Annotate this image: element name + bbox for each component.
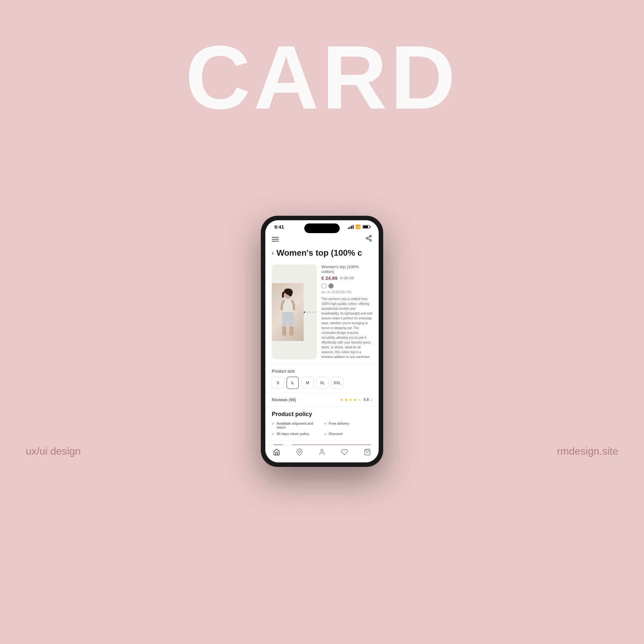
nav-location[interactable]: [296, 449, 303, 457]
svg-line-4: [368, 237, 370, 238]
product-description: This women's top is crafted from 100% hi…: [321, 297, 372, 359]
color-swatch-gray[interactable]: [328, 283, 334, 289]
dynamic-island: [304, 223, 340, 233]
signal-icon: [348, 225, 354, 229]
size-btn-xxl[interactable]: XXL: [331, 377, 343, 389]
size-btn-s[interactable]: S: [272, 377, 284, 389]
wifi-icon: 📶: [355, 224, 361, 229]
headline-text: CARD: [185, 26, 459, 129]
nav-home[interactable]: [273, 449, 280, 457]
size-buttons: S L M XL XXL: [272, 377, 372, 389]
app-content: ‹ Women's top (100% c: [265, 231, 379, 445]
back-button[interactable]: ‹: [272, 249, 274, 257]
reviews-right: ★ ★ ★ ★ ★ 4.8 ›: [340, 397, 372, 402]
product-section: Women's top (100% cotton) € 24.99 € 30.9…: [265, 262, 379, 365]
svg-line-3: [368, 239, 370, 240]
product-name: Women's top (100% cotton): [321, 264, 372, 274]
page-title: Women's top (100% c: [277, 248, 362, 258]
stars: ★ ★ ★ ★ ★: [340, 397, 362, 402]
check-icon-1: ✓: [272, 421, 275, 426]
nav-bag[interactable]: [364, 449, 371, 457]
phone-frame: 9:41 📶: [261, 216, 383, 467]
policy-item-4: ✓ Discount: [324, 432, 372, 436]
policy-item-3: ✓ 90 days return policy: [272, 432, 320, 436]
policy-item-1: ✓ Available shipment and return: [272, 421, 320, 429]
status-icons: 📶: [348, 224, 370, 229]
size-btn-m[interactable]: M: [301, 377, 314, 389]
product-image: [272, 283, 304, 341]
art-number: Art. Nr 563925BL785: [321, 290, 372, 294]
image-dots: [304, 309, 317, 314]
size-label: Product size: [272, 369, 372, 374]
check-icon-3: ✓: [272, 432, 275, 436]
policy-text-2: Free delivery: [329, 421, 349, 425]
product-figure: [275, 288, 301, 336]
bottom-action-bar: ♥ Add to Cart: [265, 440, 379, 445]
phone-inner: 9:41 📶: [265, 220, 379, 462]
size-btn-xl[interactable]: XL: [316, 377, 328, 389]
status-time: 9:41: [274, 224, 284, 230]
side-label-left: ux/ui design: [26, 445, 81, 457]
product-image-container: [272, 264, 317, 359]
svg-point-12: [321, 450, 323, 452]
top-nav: [265, 231, 379, 246]
bottom-nav: [265, 445, 379, 462]
share-button[interactable]: [365, 235, 372, 243]
price-current: € 24.99: [321, 275, 337, 281]
check-icon-4: ✓: [324, 432, 327, 436]
policy-grid: ✓ Available shipment and return ✓ Free d…: [272, 421, 372, 436]
battery-icon: [363, 225, 370, 229]
product-info: Women's top (100% cotton) € 24.99 € 30.9…: [321, 264, 372, 359]
chevron-right-icon: ›: [371, 397, 372, 402]
color-swatch-white[interactable]: [321, 283, 327, 289]
policy-title: Product policy: [272, 411, 372, 418]
price-row: € 24.99 € 30.99: [321, 275, 372, 281]
status-bar: 9:41 📶: [265, 220, 379, 231]
hamburger-menu[interactable]: [272, 237, 279, 241]
policy-text-1: Available shipment and return: [277, 421, 320, 429]
reviews-section[interactable]: Reviews (96) ★ ★ ★ ★ ★ 4.8 ›: [265, 393, 379, 406]
policy-item-2: ✓ Free delivery: [324, 421, 372, 429]
page-title-row: ‹ Women's top (100% c: [265, 246, 379, 262]
nav-heart[interactable]: [341, 449, 348, 457]
policy-text-3: 90 days return policy: [277, 432, 309, 436]
policy-section: Product policy ✓ Available shipment and …: [265, 406, 379, 440]
price-original: € 30.99: [340, 276, 354, 280]
svg-rect-10: [289, 327, 293, 336]
nav-person[interactable]: [318, 449, 326, 457]
reviews-label: Reviews (96): [272, 397, 296, 402]
size-btn-l[interactable]: L: [287, 377, 299, 389]
rating-number: 4.8: [364, 397, 369, 402]
policy-text-4: Discount: [329, 432, 343, 436]
side-label-right: rmdesign.site: [557, 445, 618, 457]
svg-rect-9: [282, 327, 286, 336]
color-swatches: [321, 283, 372, 289]
size-section: Product size S L M XL XXL: [265, 365, 379, 393]
svg-point-11: [298, 450, 300, 452]
check-icon-2: ✓: [324, 421, 327, 426]
